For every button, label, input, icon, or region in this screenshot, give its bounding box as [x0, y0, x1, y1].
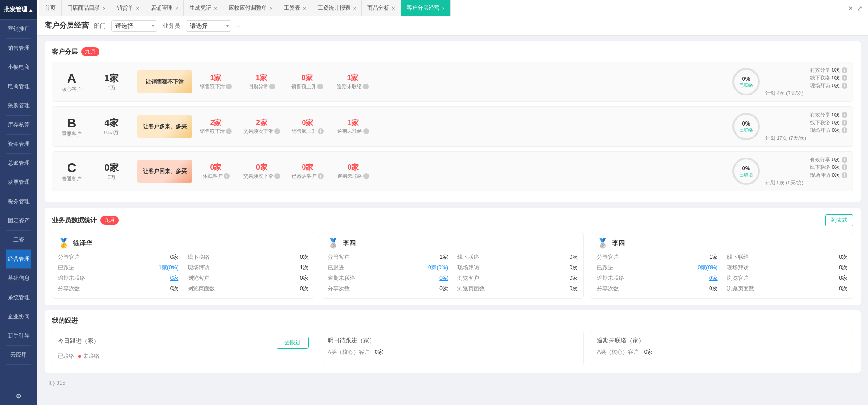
- tab-2[interactable]: 销货单×: [111, 0, 145, 16]
- goto-followup-button[interactable]: 去跟进: [277, 337, 309, 349]
- sidebar-item-6[interactable]: 资金管理: [6, 135, 31, 154]
- tier-stat-num-B-0: 2家: [198, 118, 234, 128]
- tier-stat-label-C-3: 逾期未联络 i: [335, 173, 371, 179]
- tier-stat-A-2[interactable]: 0家 销售额上升 i: [289, 74, 325, 90]
- right-stat-val-A-2: 0次: [832, 82, 840, 89]
- biz-section: 业务员数据统计 九月 列表式 🥇 徐泽华 分管客户 0家 线下联络 0次 已跟进: [45, 208, 861, 305]
- sp-stat-val-2-2[interactable]: 0家(0%): [698, 264, 718, 272]
- sp-stat-val-2-4[interactable]: 0家: [709, 274, 718, 282]
- sidebar-collapse-icon[interactable]: ▲: [28, 6, 34, 13]
- sp-header-0: 🥇 徐泽华: [58, 238, 309, 249]
- sales-select[interactable]: 请选择: [186, 20, 231, 32]
- sidebar-item-8[interactable]: 发票管理: [6, 173, 31, 192]
- right-stat-info-C-1[interactable]: i: [842, 164, 847, 170]
- sidebar-item-17[interactable]: 云应用: [6, 346, 31, 365]
- right-stat-info-C-2[interactable]: i: [842, 172, 847, 178]
- sidebar-item-3[interactable]: 电商管理: [6, 77, 31, 96]
- dept-select[interactable]: 请选择: [111, 20, 157, 32]
- tier-stat-B-1[interactable]: 2家 交易频次下滑 i: [243, 118, 280, 135]
- tab-close-1[interactable]: ×: [103, 5, 105, 11]
- sp-stat-val-1-2[interactable]: 0家(0%): [428, 264, 448, 272]
- close-all-button[interactable]: ✕: [848, 5, 853, 12]
- sidebar-item-11[interactable]: 工资: [6, 231, 31, 250]
- salesperson-card-1: 🥈 李四 分管客户 1家 线下联络 0次 已跟进 0家(0%) 现场拜访 0次: [322, 232, 584, 299]
- info-icon-C-2[interactable]: i: [318, 173, 324, 179]
- sidebar-item-13[interactable]: 基础信息: [6, 269, 31, 288]
- sp-stat-val-1-4[interactable]: 0家: [439, 274, 448, 282]
- tier-stat-B-3[interactable]: 1家 逾期未联络 i: [335, 118, 371, 135]
- tab-6[interactable]: 工资表×: [278, 0, 312, 16]
- tab-close-6[interactable]: ×: [303, 5, 306, 11]
- list-view-button[interactable]: 列表式: [825, 214, 853, 226]
- info-icon-B-3[interactable]: i: [363, 128, 369, 134]
- right-stat-info-A-2[interactable]: i: [842, 83, 847, 89]
- sidebar-item-12[interactable]: 经营管理: [6, 250, 31, 269]
- tab-0[interactable]: 首页: [39, 0, 62, 16]
- right-stat-info-C-0[interactable]: i: [842, 157, 847, 163]
- sidebar-item-9[interactable]: 税务管理: [6, 192, 31, 211]
- tier-stat-num-B-3: 1家: [335, 118, 371, 128]
- tier-stat-B-2[interactable]: 0家 销售额上升 i: [289, 118, 326, 135]
- tab-3[interactable]: 店铺管理×: [145, 0, 184, 16]
- more-options-button[interactable]: ···: [237, 22, 242, 29]
- sp-stat-row-0-7: 浏览页面数 0次: [188, 285, 308, 293]
- right-stat-info-B-2[interactable]: i: [842, 127, 847, 133]
- tab-close-2[interactable]: ×: [136, 5, 139, 11]
- right-stat-info-A-0[interactable]: i: [842, 67, 847, 73]
- sidebar-header[interactable]: 批发管理 ▲: [0, 0, 37, 20]
- right-stat-info-A-1[interactable]: i: [842, 75, 847, 81]
- tier-stat-A-3[interactable]: 1家 逾期未联络 i: [335, 74, 371, 90]
- sp-stat-val-1-7: 0次: [570, 285, 578, 293]
- tier-stat-A-1[interactable]: 1家 回购异常 i: [243, 74, 280, 90]
- tier-stat-C-3[interactable]: 0家 逾期未联络 i: [335, 163, 371, 179]
- tier-stat-label-A-3: 逾期未联络 i: [335, 83, 371, 90]
- info-icon-A-3[interactable]: i: [363, 84, 369, 89]
- tab-close-3[interactable]: ×: [175, 5, 178, 11]
- tab-close-9[interactable]: ×: [442, 5, 445, 11]
- sp-stat-row-0-4: 逾期未联络 0家: [58, 274, 178, 282]
- tier-stat-C-2[interactable]: 0家 已激活客户 i: [289, 163, 326, 179]
- info-icon-C-1[interactable]: i: [274, 173, 280, 179]
- sidebar-item-16[interactable]: 新手引导: [6, 326, 31, 346]
- info-icon-C-3[interactable]: i: [363, 173, 369, 179]
- info-icon-B-1[interactable]: i: [274, 128, 280, 134]
- tier-stats-A: 1家 销售额下滑 i 1家 回购异常 i 0家 销售额上升 i 1家 逾期未联络…: [198, 74, 727, 90]
- tab-5[interactable]: 应收应付调整单×: [223, 0, 278, 16]
- sidebar-item-15[interactable]: 企业协同: [6, 307, 31, 326]
- sidebar-item-2[interactable]: 小畅电商: [6, 58, 31, 77]
- info-icon-B-2[interactable]: i: [318, 128, 324, 134]
- info-icon-A-0[interactable]: i: [226, 84, 232, 89]
- tab-close-5[interactable]: ×: [270, 5, 272, 11]
- right-stat-info-B-0[interactable]: i: [842, 112, 847, 118]
- tab-9[interactable]: 客户分层经营×: [401, 0, 451, 16]
- tab-1[interactable]: 门店商品目录×: [62, 0, 111, 16]
- tier-stat-C-0[interactable]: 0家 休眠客户 i: [198, 163, 234, 179]
- sp-stat-val-0-4[interactable]: 0家: [170, 274, 179, 282]
- tab-7[interactable]: 工资统计报表×: [312, 0, 362, 16]
- tab-close-4[interactable]: ×: [214, 5, 217, 11]
- info-icon-C-0[interactable]: i: [224, 173, 230, 179]
- sidebar-item-0[interactable]: 营销推广: [6, 20, 31, 39]
- sidebar-item-1[interactable]: 销售管理: [6, 39, 31, 58]
- tab-4[interactable]: 生成凭证×: [184, 0, 223, 16]
- tab-close-8[interactable]: ×: [392, 5, 395, 11]
- info-icon-B-0[interactable]: i: [226, 128, 232, 134]
- sidebar-item-10[interactable]: 固定资产: [6, 211, 31, 231]
- sidebar-item-4[interactable]: 采购管理: [6, 96, 31, 116]
- info-icon-A-2[interactable]: i: [317, 84, 323, 89]
- sidebar-item-14[interactable]: 系统管理: [6, 288, 31, 307]
- sidebar-item-5[interactable]: 库存核算: [6, 116, 31, 135]
- tier-right-stat-B-2: 现场拜访 0次 i: [765, 127, 847, 134]
- right-stat-info-B-1[interactable]: i: [842, 120, 847, 126]
- tier-stat-A-0[interactable]: 1家 销售额下滑 i: [198, 74, 234, 90]
- tab-8[interactable]: 商品分析×: [362, 0, 401, 16]
- tier-circle-A: 0% 已联络: [732, 68, 760, 95]
- info-icon-A-1[interactable]: i: [269, 84, 275, 89]
- tier-stat-C-1[interactable]: 0家 交易频次下滑 i: [243, 163, 280, 179]
- tab-close-7[interactable]: ×: [353, 5, 356, 11]
- sp-stat-val-0-2[interactable]: 1家(0%): [158, 264, 178, 272]
- sidebar-settings[interactable]: ⚙: [0, 387, 37, 405]
- maximize-button[interactable]: ⤢: [857, 5, 863, 12]
- sidebar-item-7[interactable]: 总账管理: [6, 154, 31, 173]
- tier-stat-B-0[interactable]: 2家 销售额下滑 i: [198, 118, 234, 135]
